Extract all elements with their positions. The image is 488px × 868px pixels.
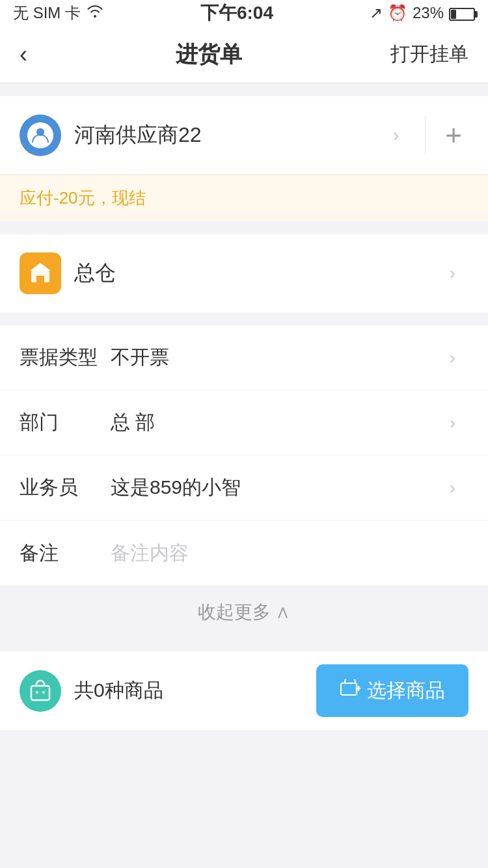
battery-percentage: 23% [413, 4, 444, 22]
remark-input[interactable]: 备注内容 [98, 540, 468, 567]
page-title: 进货单 [176, 40, 242, 70]
person-icon [27, 122, 53, 148]
wifi-icon [86, 4, 104, 22]
select-product-label: 选择商品 [367, 677, 445, 704]
department-chevron-icon: › [450, 413, 455, 433]
supplier-row[interactable]: 河南供应商22 › + [0, 96, 488, 174]
back-button[interactable]: ‹ [20, 41, 27, 68]
status-time: 下午6:04 [200, 1, 273, 25]
collapse-label: 收起更多 ∧ [198, 600, 291, 625]
ticket-type-label: 票据类型 [20, 344, 98, 371]
svg-point-6 [42, 691, 45, 694]
product-count: 共0种商品 [74, 677, 316, 704]
salesman-chevron-icon: › [450, 478, 455, 498]
ticket-type-chevron-icon: › [450, 347, 455, 368]
section-gap-1 [0, 83, 488, 96]
ticket-type-value: 不开票 [98, 344, 450, 371]
department-label: 部门 [20, 409, 98, 436]
nav-bar: ‹ 进货单 打开挂单 [0, 26, 488, 83]
open-pending-button[interactable]: 打开挂单 [390, 41, 468, 68]
battery-icon [449, 4, 475, 22]
location-icon: ↗ [370, 4, 383, 22]
department-value: 总 部 [98, 409, 450, 436]
salesman-value: 这是859的小智 [98, 474, 450, 501]
warehouse-row[interactable]: 总仓 › [0, 234, 488, 312]
remark-row[interactable]: 备注 备注内容 [0, 521, 488, 586]
alarm-icon: ⏰ [388, 4, 407, 22]
remark-label: 备注 [20, 540, 98, 567]
warehouse-icon [20, 252, 61, 294]
department-row[interactable]: 部门 总 部 › [0, 390, 488, 455]
add-supplier-button[interactable]: + [439, 119, 468, 152]
svg-point-5 [36, 691, 38, 694]
supplier-chevron-icon: › [393, 125, 399, 146]
svg-rect-3 [36, 276, 44, 282]
select-product-button[interactable]: 选择商品 [316, 664, 468, 717]
notice-text: 应付-20元，现结 [20, 188, 146, 208]
collapse-row[interactable]: 收起更多 ∧ [0, 586, 488, 638]
supplier-section: 河南供应商22 › + 应付-20元，现结 [0, 96, 488, 221]
svg-rect-7 [341, 683, 357, 695]
product-icon-wrap [20, 670, 61, 712]
supplier-avatar [20, 115, 61, 156]
bottom-bar: 共0种商品 选择商品 [0, 651, 488, 730]
select-product-icon [340, 679, 360, 702]
supplier-name: 河南供应商22 [74, 121, 393, 150]
warehouse-name: 总仓 [74, 259, 450, 288]
signal-text: 无 SIM 卡 [13, 3, 81, 23]
salesman-label: 业务员 [20, 474, 98, 501]
notice-bar: 应付-20元，现结 [0, 174, 488, 221]
form-section: 票据类型 不开票 › 部门 总 部 › 业务员 这是859的小智 › 备注 备注… [0, 325, 488, 586]
warehouse-chevron-icon: › [450, 263, 455, 284]
status-bar: 无 SIM 卡 下午6:04 ↗ ⏰ 23% [0, 0, 488, 26]
status-right: ↗ ⏰ 23% [370, 4, 475, 22]
page-bottom [0, 730, 488, 868]
supplier-divider [425, 116, 426, 155]
svg-marker-2 [30, 263, 51, 271]
salesman-row[interactable]: 业务员 这是859的小智 › [0, 455, 488, 521]
status-left: 无 SIM 卡 [13, 3, 104, 23]
ticket-type-row[interactable]: 票据类型 不开票 › [0, 325, 488, 390]
svg-rect-4 [31, 686, 49, 700]
